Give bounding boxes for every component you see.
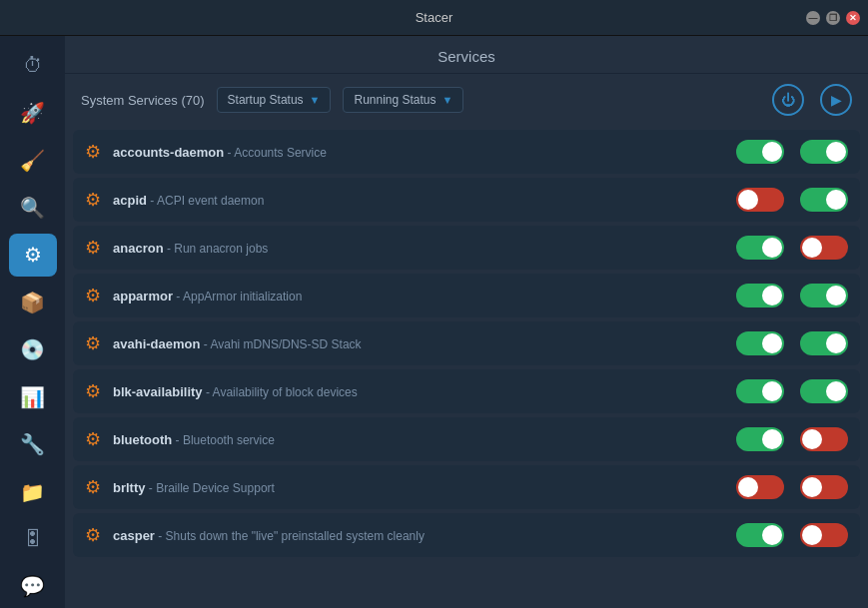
table-row: ⚙anacron - Run anacron jobs xyxy=(73,226,860,270)
app-title: Stacer xyxy=(416,10,453,25)
service-name: blk-availability xyxy=(113,384,203,399)
service-description: - Availability of block devices xyxy=(203,385,358,399)
running-toggle[interactable] xyxy=(800,523,848,547)
system-services-label: System Services (70) xyxy=(81,93,205,108)
service-info: avahi-daemon - Avahi mDNS/DNS-SD Stack xyxy=(113,334,724,352)
service-description: - Bluetooth service xyxy=(172,433,275,447)
service-toggles xyxy=(736,427,848,451)
service-description: - Shuts down the "live" preinstalled sys… xyxy=(155,529,425,543)
toolbar: System Services (70) Startup Status ▼ Ru… xyxy=(65,74,868,126)
running-toggle[interactable] xyxy=(800,427,848,451)
running-toggle[interactable] xyxy=(800,475,848,499)
play-icon-button[interactable]: ▶ xyxy=(820,84,852,116)
sidebar-item-packages[interactable]: 📁 xyxy=(9,470,57,513)
sidebar-item-search[interactable]: 🔍 xyxy=(9,186,57,229)
toggle-thumb xyxy=(802,477,822,497)
gear-icon: ⚙ xyxy=(85,237,101,259)
startup-toggle[interactable] xyxy=(736,188,784,212)
toggle-thumb xyxy=(802,429,822,449)
toggle-thumb xyxy=(802,238,822,258)
toggle-thumb xyxy=(762,333,782,353)
sidebar: ⏱🚀🧹🔍⚙📦💿📊🔧📁🎛💬 xyxy=(0,36,65,608)
running-status-label: Running Status xyxy=(354,93,435,107)
sidebar-item-uninstaller[interactable]: 📦 xyxy=(9,281,57,323)
toggle-thumb xyxy=(802,525,822,545)
service-info: blk-availability - Availability of block… xyxy=(113,382,724,400)
startup-dropdown-arrow: ▼ xyxy=(310,94,321,106)
close-button[interactable]: ✕ xyxy=(846,11,860,25)
window-controls: — ❐ ✕ xyxy=(806,11,860,25)
service-description: - Accounts Service xyxy=(224,146,327,160)
sidebar-item-resources[interactable]: 📊 xyxy=(9,375,57,418)
startup-toggle[interactable] xyxy=(736,427,784,451)
running-dropdown-arrow: ▼ xyxy=(442,94,453,106)
toggle-thumb xyxy=(762,238,782,258)
service-info: apparmor - AppArmor initialization xyxy=(113,287,724,304)
service-name: anacron xyxy=(113,241,164,256)
service-info: casper - Shuts down the "live" preinstal… xyxy=(113,526,724,544)
startup-toggle[interactable] xyxy=(736,475,784,499)
running-toggle[interactable] xyxy=(800,331,848,355)
startup-status-label: Startup Status xyxy=(228,93,304,107)
startup-toggle[interactable] xyxy=(736,140,784,164)
title-bar: Stacer — ❐ ✕ xyxy=(0,0,868,36)
sidebar-item-services[interactable]: ⚙ xyxy=(9,234,57,277)
toggle-thumb xyxy=(738,477,758,497)
service-description: - Braille Device Support xyxy=(146,481,275,495)
running-toggle[interactable] xyxy=(800,284,848,307)
service-info: acpid - ACPI event daemon xyxy=(113,191,724,209)
service-description: - Avahi mDNS/DNS-SD Stack xyxy=(200,337,361,351)
table-row: ⚙apparmor - AppArmor initialization xyxy=(73,274,860,317)
startup-status-dropdown[interactable]: Startup Status ▼ xyxy=(217,87,332,113)
toggle-thumb xyxy=(738,190,758,210)
gear-icon: ⚙ xyxy=(85,380,101,402)
table-row: ⚙bluetooth - Bluetooth service xyxy=(73,417,860,461)
services-list: ⚙accounts-daemon - Accounts Service⚙acpi… xyxy=(65,126,868,608)
service-name: apparmor xyxy=(113,289,173,304)
sidebar-item-settings[interactable]: 🎛 xyxy=(9,517,57,560)
service-info: accounts-daemon - Accounts Service xyxy=(113,143,724,161)
gear-icon: ⚙ xyxy=(85,189,101,211)
table-row: ⚙brltty - Braille Device Support xyxy=(73,465,860,509)
table-row: ⚙avahi-daemon - Avahi mDNS/DNS-SD Stack xyxy=(73,321,860,365)
sidebar-item-tools[interactable]: 🔧 xyxy=(9,422,57,465)
minimize-button[interactable]: — xyxy=(806,11,820,25)
toggle-thumb xyxy=(826,333,846,353)
toggle-thumb xyxy=(762,286,782,305)
startup-toggle[interactable] xyxy=(736,284,784,307)
toggle-thumb xyxy=(826,381,846,401)
startup-toggle[interactable] xyxy=(736,331,784,355)
service-info: bluetooth - Bluetooth service xyxy=(113,430,724,448)
gear-icon: ⚙ xyxy=(85,332,101,354)
running-toggle[interactable] xyxy=(800,379,848,403)
startup-toggle[interactable] xyxy=(736,236,784,260)
service-toggles xyxy=(736,236,848,260)
sidebar-item-dashboard[interactable]: ⏱ xyxy=(9,44,57,87)
sidebar-item-disk[interactable]: 💿 xyxy=(9,328,57,371)
service-toggles xyxy=(736,523,848,547)
header-icons: ⏻ ▶ xyxy=(772,84,852,116)
startup-toggle[interactable] xyxy=(736,523,784,547)
sidebar-item-cleaner[interactable]: 🧹 xyxy=(9,139,57,182)
running-toggle[interactable] xyxy=(800,140,848,164)
sidebar-item-startup[interactable]: 🚀 xyxy=(9,91,57,134)
service-name: avahi-daemon xyxy=(113,336,200,351)
play-icon: ▶ xyxy=(831,92,842,108)
sidebar-item-terminal[interactable]: 💬 xyxy=(9,565,57,608)
running-toggle[interactable] xyxy=(800,236,848,260)
startup-toggle[interactable] xyxy=(736,379,784,403)
toggle-thumb xyxy=(762,429,782,449)
service-name: accounts-daemon xyxy=(113,145,224,160)
table-row: ⚙blk-availability - Availability of bloc… xyxy=(73,369,860,413)
service-name: acpid xyxy=(113,193,147,208)
service-description: - ACPI event daemon xyxy=(147,194,264,208)
power-icon-button[interactable]: ⏻ xyxy=(772,84,804,116)
service-info: anacron - Run anacron jobs xyxy=(113,239,724,257)
gear-icon: ⚙ xyxy=(85,476,101,498)
toggle-thumb xyxy=(762,142,782,162)
restore-button[interactable]: ❐ xyxy=(826,11,840,25)
page-title: Services xyxy=(65,36,868,74)
running-toggle[interactable] xyxy=(800,188,848,212)
table-row: ⚙casper - Shuts down the "live" preinsta… xyxy=(73,513,860,557)
running-status-dropdown[interactable]: Running Status ▼ xyxy=(343,87,463,113)
